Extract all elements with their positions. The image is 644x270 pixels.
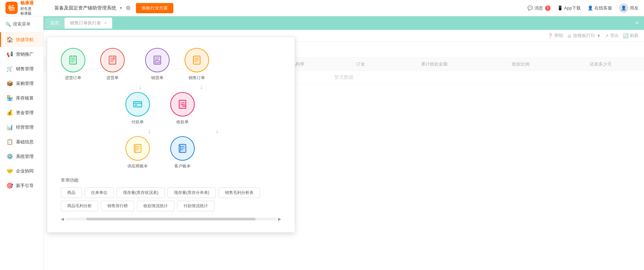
flow-modal: 进货订单 - - - - → 进货单 [47, 37, 295, 233]
func-btn-3[interactable]: 现存量(库存分布表) [168, 187, 216, 198]
flow-node-supplier-ledger[interactable]: 供应商账本 [125, 136, 150, 169]
sidebar-item-sales[interactable]: 🛒 销售管理 [0, 61, 43, 76]
marketing-icon: 📢 [6, 51, 13, 57]
flow-node-receipt[interactable]: 收款单 [170, 92, 195, 125]
sidebar-item-enterprise[interactable]: 🤝 企业协同 [0, 164, 43, 178]
sidebar-item-basic[interactable]: 📋 基础信息 [0, 134, 43, 149]
sidebar-item-quick[interactable]: 🏠 快捷导航 [0, 32, 43, 47]
user-menu[interactable]: 👤 用友 [619, 3, 639, 13]
purchase-bill-label: 进货单 [106, 75, 119, 81]
receipt-label: 收款单 [176, 119, 189, 125]
sidebar-item-newbie[interactable]: 🎯 新手引导 [0, 178, 43, 193]
app-logo-text: 畅康通 好生意 标准版 [20, 0, 34, 16]
basic-icon: 📋 [6, 139, 13, 145]
func-btn-8[interactable]: 付款情况统计 [177, 201, 214, 211]
flow-node-purchase-bill[interactable]: 进货单 [100, 48, 125, 81]
finance-icon: 💰 [6, 109, 13, 116]
message-button[interactable]: 💬 消息 6 [527, 5, 551, 11]
system-icon: ⚙️ [6, 153, 13, 160]
scroll-left-button[interactable]: ◀ [61, 217, 64, 221]
system-dropdown-arrow[interactable]: ▼ [119, 6, 123, 11]
sidebar-item-purchase[interactable]: 📦 采购管理 [0, 76, 43, 91]
sales-order-icon [185, 48, 209, 72]
receipt-icon [170, 92, 195, 116]
flow-node-payment[interactable]: 付款单 [125, 92, 150, 125]
supplier-ledger-icon [125, 136, 150, 161]
enterprise-icon: 🤝 [6, 168, 13, 174]
svg-rect-9 [134, 102, 142, 107]
func-buttons-row: 商品往来单位现存量(库存状况表)现存量(库存分布表)销售毛利分析表商品毛利分析销… [61, 187, 281, 211]
svg-rect-12 [179, 100, 186, 108]
func-btn-2[interactable]: 现存量(库存状况表) [117, 187, 165, 198]
modal-overlay: 进货订单 - - - - → 进货单 [43, 16, 644, 270]
purchase-bill-icon [100, 48, 125, 72]
sidebar-item-marketing[interactable]: 📢 营销推广 [0, 47, 43, 61]
svg-rect-11 [135, 105, 137, 106]
func-btn-0[interactable]: 商品 [61, 187, 82, 198]
message-badge: 6 [545, 5, 551, 11]
app-download-button[interactable]: 📱 App下载 [557, 5, 581, 11]
purchase-icon: 📦 [6, 80, 13, 87]
scroll-right-button[interactable]: ▶ [278, 217, 281, 221]
sidebar-nav: 🏠 快捷导航 📢 营销推广 🛒 销售管理 📦 采购管理 🏪 库存核 [0, 32, 43, 270]
avatar: 👤 [619, 3, 628, 13]
scrollbar-thumb[interactable] [86, 218, 256, 220]
sidebar-item-operations[interactable]: 📊 经营管理 [0, 120, 43, 134]
flow-node-customer-ledger[interactable]: 客户账本 [170, 136, 195, 169]
app-logo-icon: 畅 [5, 2, 18, 14]
payment-label: 付款单 [132, 119, 144, 125]
func-btn-5[interactable]: 商品毛利分析 [61, 201, 98, 211]
sidebar-search-area[interactable]: 🔍 搜索菜单 [0, 16, 43, 32]
system-title: 装备及固定资产辅助管理系统 ▼ [54, 5, 123, 11]
trial-button[interactable]: 体验行业方案 [136, 3, 173, 13]
arrow-h-2: ← - - - - [170, 66, 185, 71]
purchase-order-icon [61, 48, 85, 72]
settings-icon[interactable]: ⚙ [126, 5, 130, 11]
purchase-order-label: 进货订单 [65, 75, 81, 81]
customer-ledger-icon [170, 136, 195, 161]
sales-bill-label: 销货单 [151, 75, 163, 81]
func-btn-1[interactable]: 往来单位 [85, 187, 114, 198]
flow-node-sales-bill[interactable]: 销货单 [145, 48, 170, 81]
func-btn-4[interactable]: 销售毛利分析表 [219, 187, 260, 198]
sidebar-item-finance[interactable]: 💰 资金管理 [0, 105, 43, 120]
sales-icon: 🛒 [6, 66, 13, 72]
download-icon: 📱 [557, 5, 563, 11]
message-icon: 💬 [527, 5, 533, 11]
home-icon: 🏠 [6, 36, 13, 43]
common-functions-section: 常用功能 商品往来单位现存量(库存状况表)现存量(库存分布表)销售毛利分析表商品… [61, 177, 281, 211]
common-functions-title: 常用功能 [61, 177, 281, 183]
sales-order-label: 销售订单 [189, 75, 205, 81]
sales-bill-icon [145, 48, 170, 72]
service-icon: 👤 [588, 5, 593, 11]
sidebar-item-system[interactable]: ⚙️ 系统管理 [0, 149, 43, 164]
supplier-ledger-label: 供应商账本 [127, 163, 148, 169]
customer-ledger-label: 客户账本 [174, 163, 191, 169]
func-btn-6[interactable]: 销售排行榜 [101, 201, 134, 211]
svg-rect-2 [109, 56, 116, 64]
svg-rect-0 [70, 56, 76, 64]
flow-node-sales-order[interactable]: 销售订单 [185, 48, 209, 81]
online-service-button[interactable]: 👤 在线客服 [588, 5, 612, 11]
operations-icon: 📊 [6, 124, 13, 130]
func-btn-7[interactable]: 收款情况统计 [137, 201, 174, 211]
modal-scrollbar-row: ◀ ▶ [61, 217, 281, 221]
svg-rect-7 [193, 56, 200, 64]
scrollbar-track[interactable] [65, 218, 277, 220]
inventory-icon: 🏪 [6, 95, 13, 101]
flow-node-purchase-order[interactable]: 进货订单 [61, 48, 85, 81]
search-icon: 🔍 [5, 22, 11, 27]
sidebar-item-inventory[interactable]: 🏪 库存核算 [0, 91, 43, 105]
payment-icon [125, 92, 150, 116]
arrow-h-1: - - - - → [85, 66, 100, 71]
newbie-icon: 🎯 [6, 182, 13, 189]
